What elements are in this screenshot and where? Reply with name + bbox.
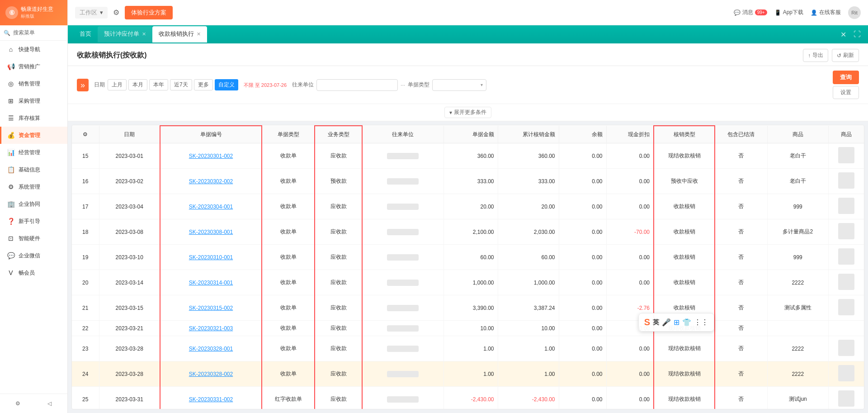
refresh-icon: ↺ <box>837 52 841 59</box>
table-row: 18 2023-03-08 SK-20230308-001 收款单 应收款 2,… <box>72 219 864 245</box>
doctype-select[interactable] <box>432 79 486 91</box>
sidebar-item-finance[interactable]: 💰 资金管理 <box>0 127 67 144</box>
filter-toggle-btn[interactable]: » <box>77 79 89 91</box>
cell-doctype: 收款单 <box>262 169 315 194</box>
cell-cashdiscount: 0.00 <box>606 336 654 361</box>
sidebar-item-guide[interactable]: ❓ 新手引导 <box>0 213 67 230</box>
operation-icon: 📊 <box>7 148 15 157</box>
cell-amount: 360.00 <box>443 143 498 169</box>
app-download-btn[interactable]: 📱 App下载 <box>774 9 803 16</box>
sidebar-item-hardware[interactable]: ⊡ 智能硬件 <box>0 230 67 247</box>
cell-writeofftype: 收款核销 <box>654 245 715 270</box>
sidebar-item-wechat[interactable]: 💬 企业微信 <box>0 247 67 264</box>
table-area[interactable]: ⚙ 日期 单据编号 单据类型 业务类型 往来单位 单据金额 累计核销金额 余额 … <box>71 125 864 409</box>
docno-link[interactable]: SK-20230308-001 <box>189 229 233 235</box>
cell-date: 2023-03-21 <box>99 321 160 336</box>
message-icon: 💬 <box>734 9 741 16</box>
export-btn[interactable]: ↑ 导出 <box>803 49 828 62</box>
mic-icon[interactable]: 🎤 <box>662 318 671 327</box>
docno-link[interactable]: SK-20230331-002 <box>189 396 233 403</box>
sidebar-footer: ⚙ ◁ <box>0 394 67 413</box>
th-writeofftype: 核销类型 <box>654 126 715 143</box>
cell-balance: 0.00 <box>559 321 606 336</box>
docno-link[interactable]: SK-20230302-002 <box>189 178 233 185</box>
tab-writeoff-close[interactable]: ✕ <box>197 31 201 37</box>
cell-included: 否 <box>715 194 767 219</box>
sidebar-item-member[interactable]: V 畅会员 <box>0 264 67 281</box>
cell-balance: 0.00 <box>559 143 606 169</box>
cell-partner <box>362 295 443 321</box>
date-btn-last-month[interactable]: 上月 <box>108 79 127 90</box>
tab-payable[interactable]: 预计冲应付单 ✕ <box>98 26 152 43</box>
solution-btn[interactable]: 体验行业方案 <box>125 6 173 19</box>
tab-writeoff[interactable]: 收款核销执行 ✕ <box>152 26 207 43</box>
tab-close-btn[interactable]: ✕ <box>839 28 848 41</box>
docno-link[interactable]: SK-20230321-003 <box>189 325 233 332</box>
grid-icon[interactable]: ⊞ <box>674 318 679 327</box>
more-apps-icon[interactable]: ⋮⋮ <box>694 318 708 327</box>
cell-docno: SK-20230308-001 <box>160 219 262 245</box>
inventory-icon: ☰ <box>7 114 15 122</box>
docno-link[interactable]: SK-20230304-001 <box>189 204 233 210</box>
sidebar-item-basic[interactable]: 📋 基础信息 <box>0 161 67 178</box>
cell-balance: 0.00 <box>559 295 606 321</box>
docno-link[interactable]: SK-20230314-001 <box>189 280 233 286</box>
sidebar-item-quick-nav[interactable]: ⌂ 快捷导航 <box>0 41 67 58</box>
date-btn-this-year[interactable]: 本年 <box>149 79 168 90</box>
filter-settings-btn[interactable]: 设置 <box>833 86 859 99</box>
cell-date: 2023-03-02 <box>99 169 160 194</box>
sidebar-item-purchase[interactable]: ⊞ 采购管理 <box>0 92 67 109</box>
table-row: 16 2023-03-02 SK-20230302-002 收款单 预收款 33… <box>72 169 864 194</box>
sidebar-settings-btn[interactable]: ⚙ <box>4 398 32 409</box>
enterprise-icon: 🏢 <box>7 200 15 208</box>
sidebar-item-marketing[interactable]: 📢 营销推广 <box>0 58 67 75</box>
docno-link[interactable]: SK-20230310-001 <box>189 254 233 261</box>
date-btn-more[interactable]: 更多 <box>194 79 213 90</box>
cell-docno: SK-20230314-001 <box>160 270 262 295</box>
expand-more-btn[interactable]: ▾ 展开更多条件 <box>444 107 491 118</box>
date-btn-7days[interactable]: 近7天 <box>170 79 192 90</box>
cell-goodsimg <box>828 194 864 219</box>
tab-expand-btn[interactable]: ⛶ <box>852 28 863 41</box>
date-custom-btn[interactable]: 自定义 <box>215 79 238 90</box>
tab-payable-close[interactable]: ✕ <box>142 31 146 37</box>
th-settings[interactable]: ⚙ <box>72 126 99 143</box>
shirt-icon[interactable]: 👕 <box>682 318 691 327</box>
cell-no: 25 <box>72 387 99 410</box>
search-icon: 🔍 <box>4 30 10 36</box>
tab-home[interactable]: 首页 <box>73 26 98 43</box>
sidebar-item-enterprise[interactable]: 🏢 企业协同 <box>0 195 67 213</box>
online-service-btn[interactable]: 👤 在线客服 <box>811 9 841 16</box>
sidebar-item-system[interactable]: ⚙ 系统管理 <box>0 178 67 195</box>
cell-balance: 0.00 <box>559 336 606 361</box>
cell-biztype: 预收款 <box>315 169 362 194</box>
docno-link[interactable]: SK-20230328-001 <box>189 346 233 352</box>
cell-partner <box>362 361 443 387</box>
sidebar-item-sales[interactable]: ◎ 销售管理 <box>0 75 67 92</box>
docno-link[interactable]: SK-20230315-002 <box>189 305 233 311</box>
cell-no: 20 <box>72 270 99 295</box>
cell-cashdiscount: 0.00 <box>606 387 654 410</box>
partner-input[interactable] <box>316 79 398 91</box>
user-avatar[interactable]: Rit <box>848 6 861 19</box>
cell-partner <box>362 270 443 295</box>
sidebar-item-operation[interactable]: 📊 经营管理 <box>0 144 67 161</box>
docno-link[interactable]: SK-20230328-002 <box>189 371 233 377</box>
query-btn[interactable]: 查询 <box>833 71 859 84</box>
settings-gear-icon[interactable]: ⚙ <box>113 8 119 17</box>
sidebar-item-inventory[interactable]: ☰ 库存核算 <box>0 109 67 127</box>
main-area: 工作区 ▾ ⚙ 体验行业方案 💬 消息 99+ 📱 App下载 👤 在线客服 R… <box>68 0 868 413</box>
cell-amount: 333.00 <box>443 169 498 194</box>
workspace-selector[interactable]: 工作区 ▾ <box>75 7 108 19</box>
messages-btn[interactable]: 💬 消息 99+ <box>734 9 767 16</box>
sidebar-item-label: 企业协同 <box>19 200 40 208</box>
search-menu[interactable]: 🔍 搜索菜单 <box>0 25 67 41</box>
cell-cashdiscount: -70.00 <box>606 219 654 245</box>
sidebar-collapse-btn[interactable]: ◁ <box>36 398 64 409</box>
docno-link[interactable]: SK-20230301-002 <box>189 153 233 159</box>
date-btn-this-month[interactable]: 本月 <box>128 79 147 90</box>
cell-amount: 3,390.00 <box>443 295 498 321</box>
refresh-btn[interactable]: ↺ 刷新 <box>832 49 859 62</box>
doctype-select-wrapper: ▾ <box>432 79 486 91</box>
date-options: 上月 本月 本年 近7天 更多 自定义 <box>108 79 238 90</box>
